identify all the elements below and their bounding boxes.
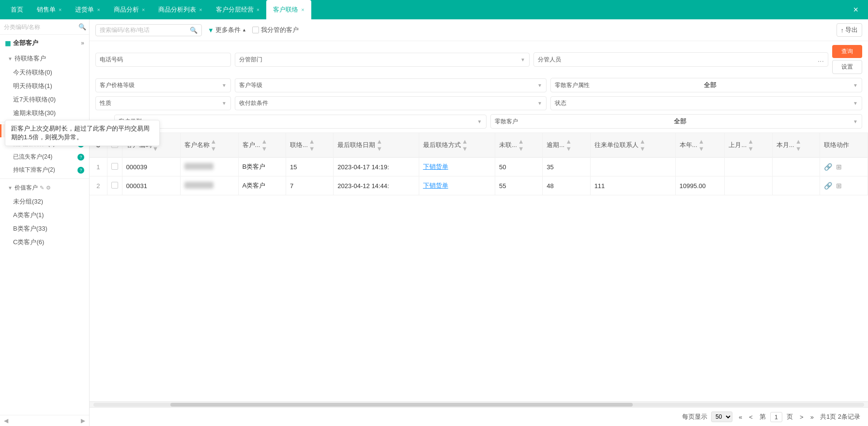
th-last-contact-date: 最后联络日期 ▲▼ <box>334 133 419 158</box>
nav-analysis-list[interactable]: 商品分析列表 × <box>152 0 209 19</box>
price-level-filter[interactable]: 客户价格等级 ▼ <box>95 78 231 92</box>
row1-grid-icon[interactable]: ⊞ <box>836 163 842 171</box>
sidebar-scroll-right[interactable]: ▶ <box>81 417 85 424</box>
row2-this-year: 10995.00 <box>675 176 725 195</box>
nav-sales[interactable]: 销售单 × <box>30 0 68 19</box>
scrollbar-thumb[interactable] <box>170 403 633 407</box>
manager-filter[interactable]: 分管人员 ... <box>533 52 828 67</box>
advanced-filters: 电话号码 分管部门 ▼ 分管人员 ... 查询 设置 客户价格等级 <box>90 41 868 133</box>
gender-filter[interactable]: 性质 ▼ <box>95 96 231 110</box>
row1-index: 1 <box>90 158 107 176</box>
row1-checkbox-icon[interactable] <box>111 163 118 170</box>
last-page-button[interactable]: » <box>808 412 816 422</box>
window-close-button[interactable]: × <box>847 5 864 15</box>
sidebar-scroll-left[interactable]: ◀ <box>4 417 8 424</box>
retail-attr-filter[interactable]: 零散客户属性 全部 ▼ <box>550 78 862 92</box>
search-icon[interactable]: 🔍 <box>190 27 198 34</box>
nav-analysis-list-close[interactable]: × <box>199 7 202 13</box>
row1-checkbox[interactable] <box>107 158 122 176</box>
nav-purchase[interactable]: 进货单 × <box>68 0 107 19</box>
sidebar-search-icon[interactable]: 🔍 <box>78 23 86 30</box>
row2-checkbox[interactable] <box>107 176 122 195</box>
first-page-button[interactable]: « <box>736 412 745 422</box>
row2-contact-method-link[interactable]: 下销货单 <box>423 182 448 189</box>
settings-button[interactable]: 设置 <box>832 60 862 74</box>
row2-grid-icon[interactable]: ⊞ <box>836 182 842 190</box>
value-customer-label: 价值客户 <box>15 184 38 192</box>
nav-sales-close[interactable]: × <box>59 7 61 13</box>
per-page-select[interactable]: 50 <box>711 411 732 422</box>
nav-home[interactable]: 首页 <box>4 0 30 19</box>
row2-name-blur <box>184 182 213 189</box>
sidebar-item-today[interactable]: 今天待联络(0) <box>0 66 89 79</box>
th-overdue-label: 逾期... <box>547 141 564 149</box>
sidebar-search-input[interactable] <box>4 24 76 30</box>
sidebar-item-tomorrow[interactable]: 明天待联络(1) <box>0 79 89 93</box>
b-class-label: B类客户(33) <box>13 225 47 232</box>
customer-type-filter[interactable]: 客户类型 ▼ <box>114 115 487 129</box>
sidebar-item-a-class[interactable]: A类客户(1) <box>0 208 89 222</box>
collapse-icon[interactable]: » <box>81 40 84 46</box>
nav-purchase-close[interactable]: × <box>97 7 100 13</box>
department-filter[interactable]: 分管部门 ▼ <box>235 53 530 67</box>
row2-checkbox-icon[interactable] <box>111 182 118 189</box>
prev-page-button[interactable]: < <box>746 412 755 422</box>
sidebar-item-c-class[interactable]: C类客户(6) <box>0 235 89 249</box>
edit-icon[interactable]: ✎ <box>40 185 44 191</box>
phone-filter[interactable]: 电话号码 <box>95 53 231 67</box>
retail-attr-label: 零散客户属性 <box>555 81 701 89</box>
table-row: 1 000039 B类客户 <box>90 158 868 176</box>
row1-last-contact-method: 下销货单 <box>419 158 495 176</box>
th-action-label: 联络动作 <box>824 141 849 148</box>
sidebar-search-area: 🔍 <box>0 19 89 35</box>
more-conditions-label: 更多条件 <box>215 26 241 34</box>
row1-customer-type: B类客户 <box>238 158 286 176</box>
all-customers-header[interactable]: ▦ 全部客户 » <box>0 35 89 51</box>
filter-row-3: 性质 ▼ 收付款条件 ▼ 状态 ▼ <box>95 96 862 110</box>
nav-analysis[interactable]: 商品分析 × <box>107 0 152 19</box>
retail-customer-filter[interactable]: 零散客户 全部 ▼ <box>490 114 863 129</box>
row2-link-icon[interactable]: 🔗 <box>824 182 832 190</box>
sidebar-item-declining[interactable]: 持续下滑客户(2) ? <box>0 163 89 176</box>
sidebar-item-7days[interactable]: 近7天待联络(0) <box>0 93 89 106</box>
per-page-label: 每页显示 <box>682 412 707 421</box>
gender-arrow: ▼ <box>222 101 227 106</box>
nav-customer-contact-close[interactable]: × <box>301 7 304 13</box>
row2-contact: 7 <box>286 176 333 195</box>
export-button[interactable]: ↑ 导出 <box>837 23 863 37</box>
customer-level-filter[interactable]: 客户等级 ▼ <box>235 78 547 92</box>
main-layout: 🔍 ▦ 全部客户 » ▼ 待联络客户 今天待联络(0) 明天待联络(1) 近7天… <box>0 19 868 426</box>
value-customer-group[interactable]: ▼ 价值客户 ✎ ⚙ <box>0 181 89 195</box>
horizontal-scrollbar[interactable] <box>90 401 868 407</box>
row1-link-icon[interactable]: 🔗 <box>824 163 832 171</box>
sidebar-item-already-lost[interactable]: 已流失客户(24) ? <box>0 150 89 163</box>
row2-last-contact-date: 2023-04-12 14:44: <box>334 176 419 195</box>
nav-customer-contact-label: 客户联络 <box>273 5 298 14</box>
sidebar-item-overdue[interactable]: 逾期未联络(30) <box>0 106 89 120</box>
row1-contact-method-link[interactable]: 下销货单 <box>423 163 448 170</box>
settings-icon-small[interactable]: ⚙ <box>46 185 51 191</box>
sidebar-item-b-class[interactable]: B类客户(33) <box>0 222 89 235</box>
payment-terms-filter[interactable]: 收付款条件 ▼ <box>235 96 547 110</box>
sidebar-item-ungroup[interactable]: 未分组(32) <box>0 195 89 208</box>
current-page-input[interactable]: 1 <box>770 412 782 422</box>
grid-icon: ▦ <box>5 40 11 47</box>
nav-sales-label: 销售单 <box>37 5 56 14</box>
price-level-arrow: ▼ <box>222 83 227 88</box>
my-customers-checkbox[interactable]: 我分管的客户 <box>252 26 299 34</box>
status-filter[interactable]: 状态 ▼ <box>550 96 862 110</box>
more-conditions-btn[interactable]: ▼ 更多条件 ▲ <box>208 26 246 34</box>
nav-customer-contact[interactable]: 客户联络 × <box>266 0 311 19</box>
search-input[interactable] <box>100 27 190 33</box>
th-name: 客户名称 ▲▼ <box>180 133 238 158</box>
query-button[interactable]: 查询 <box>832 45 862 58</box>
manager-dots[interactable]: ... <box>818 55 824 64</box>
nav-customer-segment-close[interactable]: × <box>257 7 259 13</box>
payment-terms-label: 收付款条件 <box>239 99 537 107</box>
row1-actions: 🔗 ⊞ <box>820 158 868 176</box>
next-page-button[interactable]: > <box>797 412 806 422</box>
top-navigation: 首页 销售单 × 进货单 × 商品分析 × 商品分析列表 × 客户分层经营 × … <box>0 0 868 19</box>
nav-analysis-close[interactable]: × <box>142 7 145 13</box>
pending-contact-group[interactable]: ▼ 待联络客户 <box>0 51 89 66</box>
nav-customer-segment[interactable]: 客户分层经营 × <box>209 0 266 19</box>
